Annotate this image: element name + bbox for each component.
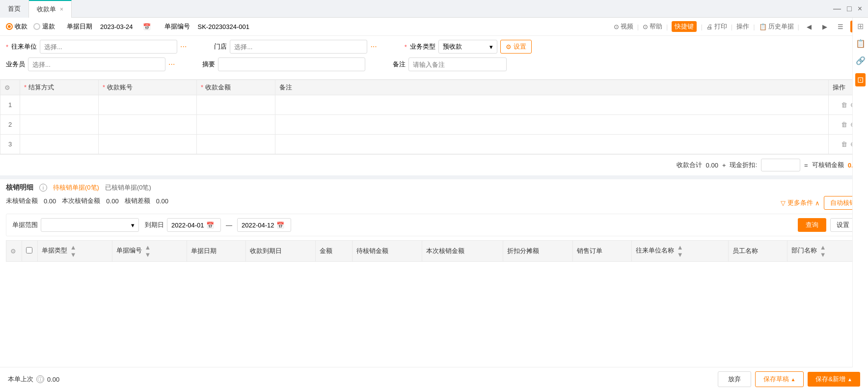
- sidebar-icon-2[interactable]: 📋: [856, 39, 866, 48]
- col-current-verif: 本次核销金额: [422, 241, 503, 262]
- completed-tab[interactable]: 已核销单据(0笔): [105, 183, 151, 192]
- number-label: 单据编号: [164, 22, 190, 31]
- sidebar-icon-3[interactable]: 🔗: [856, 56, 866, 65]
- setting-icon: ⚙: [506, 43, 512, 51]
- counterpart-input[interactable]: [40, 40, 177, 54]
- more-conditions-btn[interactable]: ▽ 更多条件 ∧: [781, 198, 820, 207]
- total-label: 收款合计: [677, 161, 702, 169]
- date-label: 到期日: [145, 221, 164, 229]
- discount-input[interactable]: [761, 159, 800, 171]
- tab-close-icon[interactable]: ×: [60, 6, 63, 13]
- business-type-arrow: ▾: [489, 43, 493, 51]
- maximize-btn[interactable]: □: [847, 4, 852, 13]
- row-1-account[interactable]: [99, 95, 197, 115]
- video-btn[interactable]: ⊙ 视频: [614, 22, 633, 31]
- save-draft-btn[interactable]: 保存草稿 ▲: [755, 371, 804, 387]
- toolbar-right: ⊙ 视频 | ⊙ 帮助 | 快捷键 | 🖨 打印 | 操作 | 📋: [614, 21, 862, 32]
- range-label: 单据范围: [12, 221, 38, 229]
- shortcut-btn[interactable]: 快捷键: [672, 21, 697, 32]
- remark-input[interactable]: [408, 57, 507, 71]
- select-all-checkbox[interactable]: [26, 247, 32, 253]
- print-label: 打印: [714, 22, 727, 31]
- plus-sign: +: [722, 162, 726, 169]
- next-btn[interactable]: ▶: [819, 21, 831, 32]
- sidebar-icon-1[interactable]: ⊞: [857, 22, 864, 31]
- bottom-gear-icon[interactable]: ⚙: [10, 248, 16, 255]
- store-more-btn[interactable]: ···: [370, 42, 377, 51]
- help-btn[interactable]: ⊙ 帮助: [643, 22, 662, 31]
- date-start-input[interactable]: 2022-04-01 📅: [167, 218, 221, 232]
- abandon-btn[interactable]: 放弃: [718, 371, 751, 387]
- tab-home[interactable]: 首页: [0, 0, 29, 18]
- list-view-btn[interactable]: ☰: [835, 21, 846, 32]
- date-end-input[interactable]: 2022-04-12 📅: [237, 218, 291, 232]
- print-btn[interactable]: 🖨 打印: [706, 22, 727, 31]
- table-gear-icon[interactable]: ⚙: [4, 84, 10, 91]
- row-2-settlement[interactable]: [20, 115, 99, 135]
- row-1-amount[interactable]: [197, 95, 275, 115]
- footer-info-icon[interactable]: ⓘ: [36, 375, 44, 383]
- calendar-icon-end[interactable]: 📅: [276, 222, 284, 229]
- row-2-amount[interactable]: [197, 115, 275, 135]
- calendar-icon-start[interactable]: 📅: [206, 222, 214, 229]
- date-label: 单据日期: [67, 22, 92, 31]
- col-settlement: * 结算方式: [20, 80, 99, 95]
- staff-field: 业务员 ···: [6, 57, 175, 71]
- store-input[interactable]: [230, 40, 367, 54]
- filter-row: 单据范围 ▾ 到期日 2022-04-01 📅 — 2022-04-12 📅: [6, 214, 862, 236]
- operation-btn[interactable]: 操作: [736, 22, 749, 31]
- col-doc-date: 单据日期: [187, 241, 245, 262]
- more-conditions-label: 更多条件: [787, 198, 813, 207]
- business-type-label: 业务类型: [410, 42, 435, 51]
- row-1-settlement[interactable]: [20, 95, 99, 115]
- unchecked-value: 0.00: [44, 197, 56, 205]
- row-2-delete-icon[interactable]: 🗑: [841, 121, 847, 128]
- setting-label: 设置: [514, 42, 526, 51]
- minimize-btn[interactable]: —: [833, 4, 841, 13]
- range-select[interactable]: ▾: [41, 218, 139, 232]
- save-new-btn[interactable]: 保存&新增 ▲: [808, 372, 860, 387]
- footer-info: 本单上次 ⓘ 0.00: [8, 375, 59, 384]
- business-type-field: * 业务类型 预收款 ▾ ⚙ 设置: [405, 40, 532, 54]
- range-field: 单据范围 ▾: [12, 218, 139, 232]
- business-type-select[interactable]: 预收款 ▾: [438, 40, 497, 54]
- prev-btn[interactable]: ◀: [803, 21, 815, 32]
- radio-refund-dot: [33, 23, 40, 30]
- radio-refund[interactable]: 退款: [33, 22, 55, 31]
- row-2-account[interactable]: [99, 115, 197, 135]
- equals-sign: =: [804, 162, 808, 169]
- row-2-remark[interactable]: [275, 115, 829, 135]
- discount-label: 现金折扣:: [730, 161, 757, 169]
- row-3-remark[interactable]: [275, 135, 829, 154]
- radio-receive-label: 收款: [15, 22, 27, 31]
- pending-tab[interactable]: 待核销单据(0笔): [53, 183, 99, 192]
- row-1-delete-icon[interactable]: 🗑: [841, 101, 847, 109]
- sidebar-icon-4[interactable]: ⊡: [855, 73, 866, 86]
- staff-input[interactable]: [28, 57, 165, 71]
- summary-input[interactable]: [218, 57, 365, 71]
- diff-value: 0.00: [156, 197, 168, 205]
- row-3-delete-icon[interactable]: 🗑: [841, 140, 847, 148]
- counterpart-label: 往来单位: [11, 42, 37, 51]
- verif-info-icon[interactable]: i: [39, 184, 47, 192]
- counterpart-more-btn[interactable]: ···: [180, 42, 187, 51]
- history-btn[interactable]: 📋 历史单据: [759, 22, 794, 31]
- tab-bar: 首页 收款单 × — □ ×: [0, 0, 868, 18]
- row-3-settlement[interactable]: [20, 135, 99, 154]
- row-3-account[interactable]: [99, 135, 197, 154]
- more-conditions-arrow: ∧: [815, 199, 820, 207]
- query-btn[interactable]: 查询: [798, 218, 826, 232]
- row-1-remark[interactable]: [275, 95, 829, 115]
- staff-more-btn[interactable]: ···: [168, 60, 175, 69]
- close-btn[interactable]: ×: [858, 4, 862, 13]
- tab-current[interactable]: 收款单 ×: [29, 0, 72, 18]
- tab-home-label: 首页: [8, 4, 21, 13]
- row-3-amount[interactable]: [197, 135, 275, 154]
- help-icon: ⊙: [643, 23, 648, 30]
- col-doc-type: 单据类型 ▲▼: [38, 241, 112, 262]
- radio-receive[interactable]: 收款: [6, 22, 27, 31]
- setting-btn[interactable]: ⚙ 设置: [500, 40, 532, 54]
- col-sales-order: 销售订单: [573, 241, 632, 262]
- date-calendar-icon[interactable]: 📅: [143, 23, 151, 30]
- video-label: 视频: [621, 22, 633, 31]
